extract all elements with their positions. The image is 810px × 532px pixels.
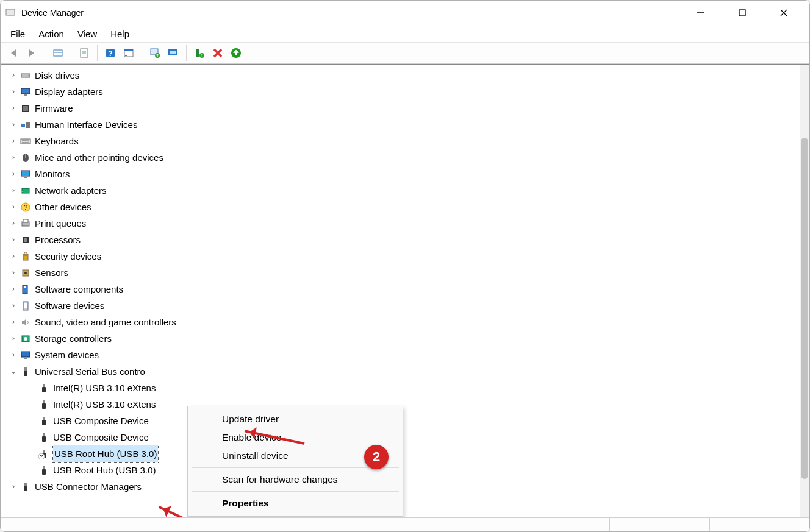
help-button[interactable]: ? xyxy=(101,44,120,62)
context-menu-item[interactable]: Scan for hardware changes xyxy=(188,470,403,489)
svg-text:?: ? xyxy=(108,49,113,58)
window-title: Device Manager xyxy=(21,8,84,18)
chevron-right-icon[interactable]: › xyxy=(8,199,19,215)
chevron-right-icon[interactable]: › xyxy=(8,133,19,149)
tree-category[interactable]: ›?Other devices xyxy=(8,199,809,215)
add-legacy-button[interactable] xyxy=(164,44,182,62)
forward-button[interactable] xyxy=(23,44,41,62)
chevron-down-icon[interactable]: ⌄ xyxy=(8,363,19,380)
svg-rect-0 xyxy=(6,9,15,15)
tree-category[interactable]: ›Security devices xyxy=(8,248,809,264)
svg-rect-66 xyxy=(42,403,46,409)
svg-rect-60 xyxy=(24,358,27,359)
chevron-right-icon[interactable]: › xyxy=(8,232,19,248)
tree-category[interactable]: ›Monitors xyxy=(8,166,809,182)
monitor-icon xyxy=(20,169,31,180)
maximize-button[interactable] xyxy=(730,4,754,22)
show-hidden-button[interactable] xyxy=(49,44,67,62)
tree-category[interactable]: ›Human Interface Devices xyxy=(8,116,809,133)
tree-device[interactable]: USB Root Hub (USB 3.0) xyxy=(26,462,809,478)
tree-category[interactable]: ›Firmware xyxy=(8,100,809,116)
usb-icon xyxy=(38,465,49,476)
svg-rect-1 xyxy=(8,15,13,16)
usb-icon xyxy=(20,481,31,492)
properties-button[interactable] xyxy=(75,44,93,62)
tree-label: Print queues xyxy=(35,215,86,232)
tree-category[interactable]: ›USB Connector Managers xyxy=(8,478,809,495)
scroll-thumb[interactable] xyxy=(801,138,808,479)
tree-category[interactable]: ›Disk drives xyxy=(8,67,809,83)
chevron-right-icon[interactable]: › xyxy=(8,67,19,83)
tree-category[interactable]: ›Mice and other pointing devices xyxy=(8,149,809,166)
context-menu-item[interactable]: Update driver xyxy=(188,410,403,428)
software-component-icon xyxy=(20,284,31,295)
chevron-right-icon[interactable]: › xyxy=(8,248,19,264)
tree-label: Firmware xyxy=(35,100,73,116)
context-menu-item[interactable]: Enable device xyxy=(188,428,403,447)
tree-category[interactable]: ›Processors xyxy=(8,232,809,248)
menu-view[interactable]: View xyxy=(71,26,103,41)
menubar: File Action View Help xyxy=(1,25,809,43)
chevron-right-icon[interactable]: › xyxy=(8,149,19,166)
menu-file[interactable]: File xyxy=(4,26,31,41)
disable-device-button[interactable] xyxy=(209,44,227,62)
chevron-right-icon[interactable]: › xyxy=(8,330,19,347)
svg-rect-54 xyxy=(24,286,26,288)
display-icon xyxy=(20,87,31,98)
tree-device[interactable]: USB Composite Device xyxy=(26,413,809,429)
network-icon xyxy=(20,185,31,196)
scan-hardware-icon xyxy=(149,47,161,59)
enable-device-button[interactable] xyxy=(227,44,245,62)
svg-rect-28 xyxy=(21,88,30,94)
tree-device[interactable]: USB Composite Device xyxy=(26,429,809,445)
context-menu-separator xyxy=(192,467,399,468)
svg-rect-46 xyxy=(23,219,28,222)
tree-category[interactable]: ›Keyboards xyxy=(8,133,809,149)
tree-device[interactable]: Intel(R) USB 3.10 eXtens xyxy=(26,380,809,396)
svg-text:↑: ↑ xyxy=(201,52,204,59)
tree-category[interactable]: ›Network adapters xyxy=(8,182,809,199)
svg-rect-29 xyxy=(24,94,27,96)
chevron-right-icon[interactable]: › xyxy=(8,264,19,281)
chevron-right-icon[interactable]: › xyxy=(8,100,19,116)
context-menu-item[interactable]: Properties xyxy=(188,494,403,512)
tree-category[interactable]: ›System devices xyxy=(8,347,809,363)
vertical-scrollbar[interactable] xyxy=(800,65,809,517)
tree-category[interactable]: ›Storage controllers xyxy=(8,330,809,347)
back-button[interactable] xyxy=(4,44,23,62)
chevron-right-icon[interactable]: › xyxy=(8,347,19,363)
svg-rect-20 xyxy=(196,49,199,57)
chevron-right-icon[interactable]: › xyxy=(8,83,19,100)
tree-device[interactable]: Intel(R) USB 3.10 eXtens xyxy=(26,396,809,413)
menu-help[interactable]: Help xyxy=(104,26,135,41)
tree-device[interactable]: USB Root Hub (USB 3.0) xyxy=(26,445,809,462)
toolbar: ? ↑ xyxy=(1,43,809,64)
tree-label: Disk drives xyxy=(35,67,79,83)
tree-category[interactable]: ›Sensors xyxy=(8,264,809,281)
device-tree[interactable]: ›Disk drives›Display adapters›Firmware›H… xyxy=(1,65,809,501)
details-button[interactable] xyxy=(120,44,138,62)
titlebar[interactable]: Device Manager xyxy=(1,1,809,25)
tree-category[interactable]: ›Software components xyxy=(8,281,809,297)
chevron-right-icon[interactable]: › xyxy=(8,182,19,199)
close-button[interactable] xyxy=(772,4,796,22)
scan-hardware-button[interactable] xyxy=(146,44,164,62)
tree-category[interactable]: ›Print queues xyxy=(8,215,809,232)
chevron-right-icon[interactable]: › xyxy=(8,281,19,297)
menu-action[interactable]: Action xyxy=(32,26,70,41)
chevron-right-icon[interactable]: › xyxy=(8,478,19,495)
chevron-right-icon[interactable]: › xyxy=(8,116,19,133)
tree-category[interactable]: ›Software devices xyxy=(8,297,809,314)
tree-category[interactable]: ›Sound, video and game controllers xyxy=(8,314,809,330)
tree-label: Processors xyxy=(35,232,81,248)
tree-category[interactable]: ›Display adapters xyxy=(8,83,809,100)
chevron-right-icon[interactable]: › xyxy=(8,297,19,314)
tree-category[interactable]: ⌄Universal Serial Bus contro xyxy=(8,363,809,380)
chevron-right-icon[interactable]: › xyxy=(8,215,19,232)
minimize-button[interactable] xyxy=(689,4,713,22)
svg-text:?: ? xyxy=(24,204,27,211)
annotation-circle-2: 2 xyxy=(364,445,389,469)
chevron-right-icon[interactable]: › xyxy=(8,314,19,330)
uninstall-device-button[interactable]: ↑ xyxy=(190,44,209,62)
chevron-right-icon[interactable]: › xyxy=(8,166,19,182)
